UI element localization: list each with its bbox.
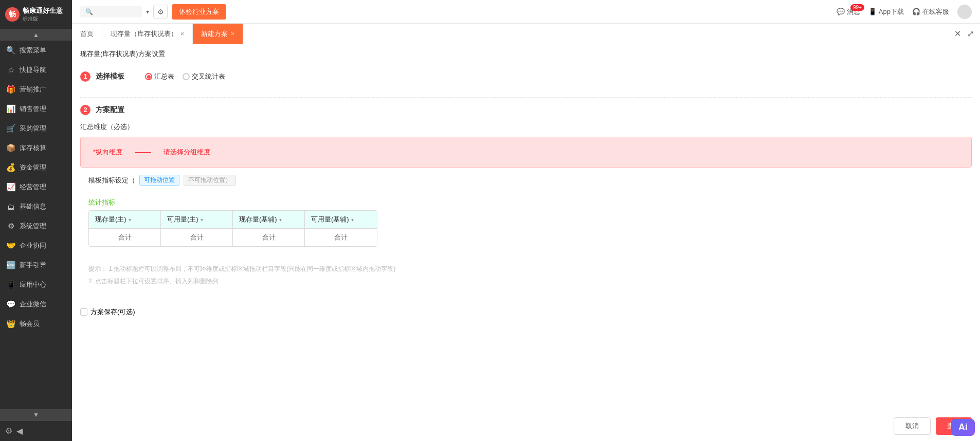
sidebar-item-label: 营销推广 [20, 85, 46, 94]
stats-col-4-cell: 合计 [305, 229, 377, 246]
save-checkbox[interactable] [80, 308, 87, 316]
service-icon: 🎧 [912, 8, 920, 15]
tab-close-button[interactable]: ✕ [952, 27, 963, 41]
box-icon: 📦 [6, 143, 15, 153]
sidebar-item-marketing[interactable]: 🎁 营销推广 [0, 80, 72, 99]
dropdown-arrow[interactable]: ▾ [146, 8, 149, 15]
radio-summary-label: 汇总表 [154, 72, 174, 81]
sidebar-item-system[interactable]: ⚙ 系统管理 [0, 216, 72, 236]
dimension-required-label: 汇总维度（必选） [80, 122, 972, 132]
page-title: 现存量(库存状况表)方案设置 [72, 44, 980, 63]
sidebar-item-cooperation[interactable]: 🤝 企业协同 [0, 236, 72, 255]
message-item[interactable]: 💬 消息 99+ [837, 7, 860, 16]
stats-col-2-header[interactable]: 可用量(主) ▾ [161, 211, 233, 228]
tab-inventory-close[interactable]: × [180, 30, 184, 38]
message-badge: 99+ [850, 4, 864, 11]
gear-button[interactable]: ⚙ [153, 5, 168, 19]
stats-col-4-header[interactable]: 可用量(基辅) ▾ [305, 211, 377, 228]
folder-icon: 🗂 [6, 202, 15, 211]
settings-icon[interactable]: ⚙ [5, 426, 12, 436]
sidebar-item-search[interactable]: 🔍 搜索菜单 [0, 41, 72, 60]
radio-summary-dot [145, 73, 152, 80]
sidebar-item-label: 采购管理 [20, 124, 46, 133]
indicator-settings: 模板指标设定（ 可拖动位置 不可拖动位置） [80, 175, 972, 198]
topbar: 🔍 ▾ ⚙ 体验行业方案 💬 消息 99+ 📱 App下载 🎧 在线客服 [72, 0, 980, 24]
sidebar-item-management[interactable]: 📈 经营管理 [0, 177, 72, 197]
ai-badge[interactable]: Ai [951, 419, 975, 436]
sidebar-item-finance[interactable]: 💰 资金管理 [0, 158, 72, 177]
chevron-down-icon-1: ▾ [129, 217, 131, 223]
sidebar-item-wechat[interactable]: 💬 企业微信 [0, 295, 72, 314]
stats-col-3-value: 合计 [262, 233, 276, 242]
app-download-item[interactable]: 📱 App下载 [868, 7, 904, 16]
topbar-search-box[interactable]: 🔍 [80, 6, 142, 17]
online-service-item[interactable]: 🎧 在线客服 [912, 7, 949, 16]
stats-col-2-cell: 合计 [161, 229, 233, 246]
chevron-down-icon-3: ▾ [279, 217, 282, 223]
sidebar-item-label: 经营管理 [20, 182, 46, 192]
drag-badge: 可拖动位置 [139, 175, 179, 186]
tab-new-plan[interactable]: 新建方案 × [193, 24, 243, 44]
tabs-actions: ✕ ⤢ [952, 27, 980, 41]
sidebar-item-app-center[interactable]: 📱 应用中心 [0, 275, 72, 295]
sidebar-scroll-down[interactable]: ▼ [0, 409, 72, 420]
tab-inventory[interactable]: 现存量（库存状况表） × [102, 24, 193, 44]
radio-cross[interactable]: 交叉统计表 [183, 72, 225, 81]
trial-button[interactable]: 体验行业方案 [172, 4, 226, 20]
main-area: 🔍 ▾ ⚙ 体验行业方案 💬 消息 99+ 📱 App下载 🎧 在线客服 [72, 0, 980, 441]
new-icon: 🆕 [6, 261, 15, 270]
step2-section: 2 方案配置 汇总维度（必选） *纵向维度 —— 请选择分组维度 模板指标设定（… [72, 105, 980, 301]
tab-expand-button[interactable]: ⤢ [965, 27, 976, 41]
stats-section: 统计指标 现存量(主) ▾ 可用量(主) ▾ [80, 198, 972, 256]
dimension-placeholder: 请选择分组维度 [164, 148, 210, 157]
sidebar-item-basic-info[interactable]: 🗂 基础信息 [0, 197, 72, 216]
radio-summary[interactable]: 汇总表 [145, 72, 174, 81]
sidebar-scroll-up[interactable]: ▲ [0, 29, 72, 41]
user-avatar[interactable] [957, 5, 972, 19]
stats-col-2-label: 可用量(主) [167, 215, 198, 224]
crown-icon: 👑 [6, 319, 15, 328]
money-icon: 💰 [6, 163, 15, 172]
app-download-label: App下载 [879, 7, 904, 16]
search-icon: 🔍 [6, 46, 15, 55]
stats-col-4-value: 合计 [334, 233, 348, 242]
sidebar-item-inventory[interactable]: 📦 库存核算 [0, 138, 72, 158]
sidebar-item-sales[interactable]: 📊 销售管理 [0, 99, 72, 119]
tips-1: 1.拖动标题栏可以调整布局，不可跨维度或指标区域拖动栏目字段(只能在同一维度或指… [108, 265, 395, 272]
step2-title: 方案配置 [96, 105, 124, 115]
sidebar-item-purchase[interactable]: 🛒 采购管理 [0, 119, 72, 138]
sidebar-item-member[interactable]: 👑 畅会员 [0, 314, 72, 334]
logo-text: 畅康通好生意 标准版 [23, 6, 63, 23]
step2-badge: 2 [80, 105, 90, 115]
chevron-down-icon-4: ▾ [351, 217, 354, 223]
stats-table: 现存量(主) ▾ 可用量(主) ▾ 现存量(基辅) ▾ [88, 210, 377, 247]
sidebar-item-quicknav[interactable]: ☆ 快捷导航 [0, 60, 72, 80]
cart-icon: 🛒 [6, 124, 15, 133]
dimension-area[interactable]: *纵向维度 —— 请选择分组维度 [80, 137, 972, 168]
sidebar-item-newguide[interactable]: 🆕 新手引导 [0, 255, 72, 275]
indicator-label-text: 模板指标设定（ [88, 176, 135, 185]
dimension-separator: —— [135, 148, 151, 157]
tab-new-plan-label: 新建方案 [201, 29, 228, 39]
stats-col-3-header[interactable]: 现存量(基辅) ▾ [233, 211, 305, 228]
tab-home[interactable]: 首页 [72, 24, 102, 44]
trending-icon: 📈 [6, 182, 15, 192]
tab-home-label: 首页 [80, 29, 94, 39]
sidebar-item-label: 企业微信 [20, 300, 46, 309]
sidebar-item-label: 搜索菜单 [20, 46, 46, 55]
stats-col-1-header[interactable]: 现存量(主) ▾ [89, 211, 161, 228]
vertical-dimension-label: *纵向维度 [93, 148, 122, 157]
radio-cross-label: 交叉统计表 [192, 72, 225, 81]
collapse-icon[interactable]: ◀ [16, 426, 23, 436]
sidebar-footer: ⚙ ◀ [0, 420, 72, 441]
sidebar-logo: 畅 畅康通好生意 标准版 [5, 6, 67, 23]
tab-new-plan-close[interactable]: × [231, 30, 234, 38]
tips-title: 提示： [88, 265, 107, 272]
stats-section-label: 统计指标 [88, 198, 964, 207]
radio-cross-dot [183, 73, 190, 80]
logo-icon: 畅 [5, 7, 20, 22]
app-icon: 📱 [868, 8, 877, 15]
cancel-button[interactable]: 取消 [894, 417, 931, 435]
step1-title: 选择模板 [96, 72, 124, 81]
sidebar-item-label: 快捷导航 [20, 65, 46, 75]
